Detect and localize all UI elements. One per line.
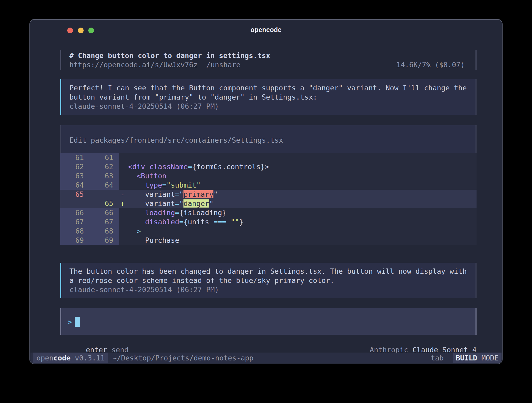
code-line: Purchase [126, 236, 477, 245]
code-line: <div className={formCs.controls}> [126, 162, 477, 171]
line-number-new: 69 [90, 236, 119, 245]
code-line: variant="danger" [126, 199, 477, 208]
diff-sign [119, 236, 126, 245]
token-usage: 14.6K/7% ($0.07) [396, 60, 465, 69]
line-number-new: 62 [90, 162, 119, 171]
diff-row: 6363 <Button [60, 171, 477, 180]
line-number-new: 68 [90, 226, 119, 236]
diff-sign [119, 217, 126, 226]
code-line: type="submit" [126, 180, 477, 190]
share-header: # Change button color to danger in setti… [60, 50, 477, 70]
session-title: # Change button color to danger in setti… [69, 51, 465, 60]
mode-badge[interactable]: BUILD MODE [453, 353, 502, 363]
code-line: loading={isLoading} [126, 208, 477, 217]
line-number-new: 67 [90, 217, 119, 226]
diff-row: 65- variant="primary" [60, 190, 477, 199]
app-version-badge: opencode v0.3.11 [33, 353, 108, 363]
message-line: Perfect! I can see that the Button compo… [69, 83, 467, 92]
line-number-new: 65 [90, 199, 119, 208]
code-line: variant="primary" [126, 190, 477, 199]
unshare-command[interactable]: /unshare [206, 60, 241, 69]
message-line: button variant from "primary" to "danger… [69, 92, 467, 102]
app-version: v0.3.11 [71, 353, 105, 363]
message-accent-border [60, 263, 61, 298]
input-right-border [475, 308, 477, 335]
prompt-input[interactable]: > [60, 308, 477, 335]
text-cursor [75, 317, 80, 327]
diff-row: 6262<div className={formCs.controls}> [60, 162, 477, 171]
code-line: > [126, 226, 477, 236]
diff-row: 6868 > [60, 226, 477, 236]
model-timestamp: claude-sonnet-4-20250514 (06:27 PM) [69, 102, 467, 111]
line-number-old: 64 [60, 180, 90, 190]
code-line [126, 153, 477, 162]
line-number-new: 64 [90, 180, 119, 190]
line-number-old: 66 [60, 208, 90, 217]
message-right-border [475, 79, 477, 115]
hint-row: enter send Anthropic Claude Sonnet 4 [60, 336, 477, 345]
line-number-old: 63 [60, 171, 90, 180]
message-accent-border [60, 79, 61, 115]
line-number-old: 65 [60, 190, 90, 199]
line-number-old: 61 [60, 153, 90, 162]
titlebar: opencode [30, 20, 502, 39]
diff-row: 6161 [60, 153, 477, 162]
line-number-old: 69 [60, 236, 90, 245]
diff-sign [119, 226, 126, 236]
message-line: The button color has been changed to dan… [69, 267, 467, 276]
tab-key-hint: tab [431, 353, 444, 363]
diff-sign [119, 162, 126, 171]
diff-sign [119, 180, 126, 190]
line-number-new: 61 [90, 153, 119, 162]
window-title: opencode [30, 25, 502, 34]
code-line: <Button [126, 171, 477, 180]
mode-suffix: MODE [477, 353, 499, 363]
line-number-old: 62 [60, 162, 90, 171]
diff-row: 6464 type="submit" [60, 180, 477, 190]
message-right-border [475, 263, 477, 298]
assistant-message-1: Perfect! I can see that the Button compo… [60, 79, 477, 115]
edit-tool-block: Edit packages/frontend/src/containers/Se… [60, 125, 477, 245]
diff-row: 6969 Purchase [60, 236, 477, 245]
share-url-link[interactable]: https://opencode.ai/s/UwJxv76z [69, 60, 198, 69]
input-left-border [60, 308, 61, 335]
diff-sign [119, 208, 126, 217]
diff-sign [119, 153, 126, 162]
line-number-new: 66 [90, 208, 119, 217]
app-name-open: open [36, 353, 53, 363]
line-number-old: 67 [60, 217, 90, 226]
status-bar: opencode v0.3.11 ~/Desktop/Projects/demo… [30, 353, 502, 363]
model-timestamp: claude-sonnet-4-20250514 (06:27 PM) [69, 285, 467, 294]
opencode-window: opencode # Change button color to danger… [30, 20, 502, 364]
diff-sign [119, 171, 126, 180]
line-number-old: 68 [60, 226, 90, 236]
working-directory: ~/Desktop/Projects/demo-notes-app [112, 353, 253, 363]
share-header-left-border [60, 50, 61, 70]
diff-row: 65+ variant="danger" [60, 199, 477, 208]
mode-name: BUILD [456, 353, 477, 363]
line-number-old [60, 199, 90, 208]
share-header-right-border [475, 50, 477, 70]
diff-sign: - [119, 190, 126, 199]
line-number-new: 63 [90, 171, 119, 180]
diff-row: 6666 loading={isLoading} [60, 208, 477, 217]
code-line: disabled={units === ""} [126, 217, 477, 226]
prompt-symbol: > [68, 317, 72, 327]
line-number-new [90, 190, 119, 199]
app-name-code: code [53, 353, 70, 363]
assistant-message-2: The button color has been changed to dan… [60, 263, 477, 298]
edit-tool-header: Edit packages/frontend/src/containers/Se… [60, 125, 477, 145]
diff-row: 6767 disabled={units === ""} [60, 217, 477, 226]
diff-rows: 61616262<div className={formCs.controls}… [60, 153, 477, 245]
diff-sign: + [119, 199, 126, 208]
message-line: a red/rose color scheme instead of the b… [69, 276, 467, 285]
